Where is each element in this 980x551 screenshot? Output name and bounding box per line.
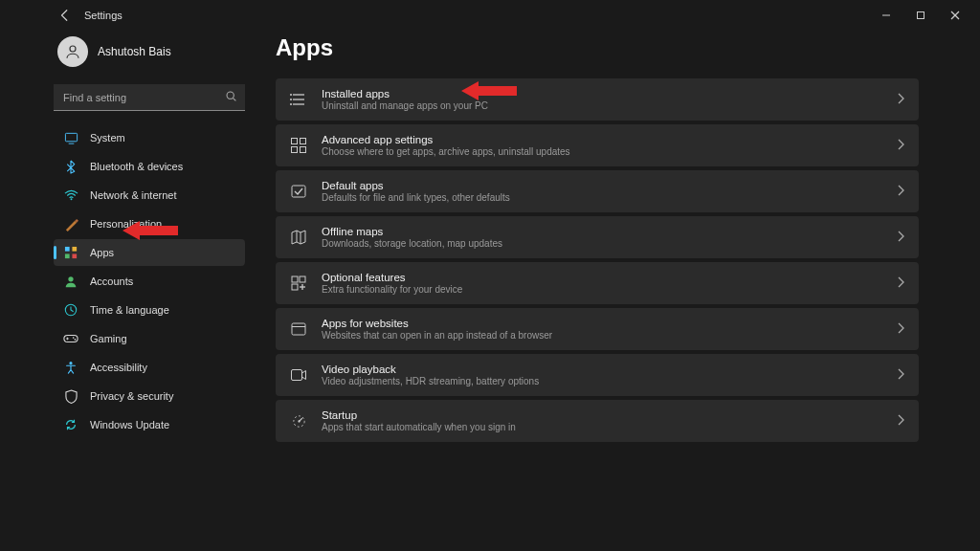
person-icon (64, 43, 81, 60)
card-desc: Extra functionality for your device (322, 284, 882, 295)
svg-rect-11 (72, 246, 77, 251)
main-panel: Apps Installed appsUninstall and manage … (245, 31, 957, 551)
card-default-apps[interactable]: Default appsDefaults for file and link t… (276, 170, 919, 212)
card-title: Optional features (322, 272, 882, 283)
minimize-button[interactable] (869, 2, 903, 29)
search-input[interactable] (54, 84, 245, 111)
maps-icon (289, 228, 308, 247)
sidebar-item-label: Apps (90, 247, 114, 258)
sidebar: Ashutosh Bais System Bluetooth & devices… (54, 31, 245, 551)
svg-point-5 (227, 92, 234, 99)
sidebar-item-label: Accounts (90, 276, 133, 287)
sidebar-item-label: Personalization (90, 218, 162, 230)
card-title: Startup (322, 409, 882, 421)
sidebar-item-accounts[interactable]: Accounts (54, 268, 245, 295)
maximize-icon (916, 11, 925, 20)
update-icon (63, 417, 78, 432)
sidebar-item-apps[interactable]: Apps (54, 239, 245, 266)
privacy-icon (63, 388, 78, 404)
close-icon (950, 11, 960, 20)
svg-point-9 (70, 198, 72, 200)
sidebar-item-network[interactable]: Network & internet (54, 182, 245, 209)
svg-line-6 (234, 99, 236, 101)
svg-rect-32 (292, 186, 305, 197)
chevron-right-icon (896, 414, 905, 429)
card-desc: Video adjustments, HDR streaming, batter… (322, 376, 882, 386)
system-icon (63, 130, 78, 145)
bluetooth-icon (63, 159, 78, 174)
sidebar-item-label: Privacy & security (90, 390, 173, 402)
apps-websites-icon (289, 320, 308, 339)
svg-rect-28 (292, 139, 298, 144)
startup-icon (289, 411, 308, 430)
sidebar-item-time[interactable]: Time & language (54, 297, 245, 323)
svg-point-14 (68, 276, 73, 281)
advanced-settings-icon (289, 136, 308, 155)
settings-list: Installed appsUninstall and manage apps … (276, 78, 919, 442)
svg-rect-35 (292, 276, 298, 282)
card-apps-for-websites[interactable]: Apps for websitesWebsites that can open … (276, 308, 919, 350)
arrow-left-icon (58, 9, 72, 22)
sidebar-item-system[interactable]: System (54, 124, 245, 151)
card-desc: Uninstall and manage apps on your PC (322, 100, 882, 111)
card-offline-maps[interactable]: Offline mapsDownloads, storage location,… (276, 216, 919, 258)
sidebar-item-personalization[interactable]: Personalization (54, 210, 245, 237)
sidebar-item-update[interactable]: Windows Update (54, 411, 245, 438)
chevron-right-icon (896, 139, 905, 153)
svg-point-4 (70, 46, 76, 52)
svg-point-20 (75, 339, 77, 341)
svg-rect-13 (72, 253, 77, 258)
card-desc: Websites that can open in an app instead… (322, 330, 882, 341)
chevron-right-icon (896, 231, 905, 245)
chevron-right-icon (896, 93, 905, 107)
sidebar-item-label: Network & internet (90, 189, 176, 201)
sidebar-item-bluetooth[interactable]: Bluetooth & devices (54, 153, 245, 180)
sidebar-item-privacy[interactable]: Privacy & security (54, 383, 245, 409)
back-button[interactable] (54, 4, 77, 27)
installed-apps-icon (289, 90, 308, 109)
svg-rect-36 (300, 276, 305, 282)
card-desc: Defaults for file and link types, other … (322, 192, 882, 203)
maximize-button[interactable] (903, 2, 938, 29)
page-title: Apps (276, 34, 919, 61)
sidebar-item-label: Time & language (90, 304, 169, 316)
card-advanced-app-settings[interactable]: Advanced app settingsChoose where to get… (276, 124, 919, 166)
svg-rect-16 (64, 335, 78, 342)
card-optional-features[interactable]: Optional featuresExtra functionality for… (276, 262, 919, 304)
card-desc: Downloads, storage location, map updates (322, 238, 882, 249)
app-title: Settings (84, 10, 122, 21)
search-container (54, 84, 245, 111)
close-button[interactable] (938, 2, 972, 29)
time-icon (63, 302, 78, 318)
sidebar-item-label: System (90, 132, 125, 143)
chevron-right-icon (896, 276, 905, 291)
personalization-icon (63, 216, 78, 231)
video-icon (289, 365, 308, 385)
sidebar-item-label: Windows Update (90, 419, 169, 430)
card-desc: Apps that start automatically when you s… (322, 422, 882, 432)
apps-icon (63, 245, 78, 260)
chevron-right-icon (896, 185, 905, 199)
svg-point-21 (69, 362, 72, 364)
default-apps-icon (289, 182, 308, 201)
sidebar-item-gaming[interactable]: Gaming (54, 325, 245, 352)
card-title: Video playback (322, 364, 882, 375)
card-video-playback[interactable]: Video playbackVideo adjustments, HDR str… (276, 354, 919, 396)
card-title: Apps for websites (322, 318, 882, 329)
accessibility-icon (63, 360, 78, 375)
profile[interactable]: Ashutosh Bais (54, 31, 245, 80)
card-title: Installed apps (322, 88, 882, 99)
card-startup[interactable]: StartupApps that start automatically whe… (276, 400, 919, 442)
svg-rect-31 (301, 147, 306, 153)
svg-point-26 (290, 99, 292, 100)
network-icon (63, 187, 78, 203)
card-title: Default apps (322, 180, 882, 191)
sidebar-item-label: Bluetooth & devices (90, 161, 183, 172)
sidebar-item-label: Gaming (90, 333, 127, 344)
sidebar-item-accessibility[interactable]: Accessibility (54, 354, 245, 381)
optional-features-icon (289, 274, 308, 293)
card-desc: Choose where to get apps, archive apps, … (322, 146, 882, 157)
user-name: Ashutosh Bais (98, 45, 171, 58)
card-installed-apps[interactable]: Installed appsUninstall and manage apps … (276, 78, 919, 121)
titlebar: Settings (0, 0, 980, 31)
